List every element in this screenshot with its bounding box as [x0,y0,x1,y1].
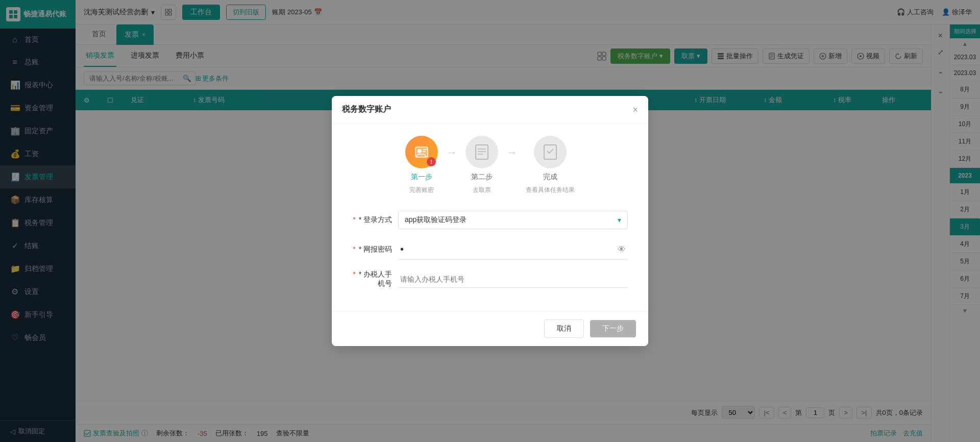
dialog-title: 税务数字账户 [342,104,391,115]
step-3: 完成 查看具体任务结果 [526,136,575,194]
svg-rect-29 [476,145,488,159]
password-input-container: • 👁 [398,239,628,260]
step-arrow-1: → [438,146,465,159]
login-method-field: * 登录方式 app获取验证码登录 ▾ [352,211,628,229]
svg-rect-28 [423,151,426,152]
step-1-error-badge: ! [427,157,436,166]
login-method-label: * 登录方式 [352,215,398,225]
modal-overlay: 税务数字账户 × ! [0,0,980,442]
cancel-button[interactable]: 取消 [544,320,584,338]
dialog-form: * 登录方式 app获取验证码登录 ▾ * 网报密码 [352,211,628,288]
password-label: * 网报密码 [352,245,398,254]
taxpayer-phone-label: * 办税人手机号 [352,270,398,288]
step-3-label: 完成 [543,173,557,182]
next-button[interactable]: 下一步 [590,320,636,337]
dialog-footer: 取消 下一步 [332,311,648,346]
login-method-chevron-icon: ▾ [618,216,621,224]
svg-point-26 [418,149,422,153]
step-2-label: 第二步 [471,173,493,182]
login-method-value: app获取验证码登录 [405,215,467,225]
svg-rect-27 [423,149,427,150]
step-3-icon [534,136,567,168]
step-1-label: 第一步 [411,173,432,182]
taxpayer-phone-field: * 办税人手机号 [352,270,628,288]
step-1-icon: ! [405,136,438,168]
svg-rect-25 [415,147,428,157]
taxpayer-phone-control [398,271,628,288]
taxpayer-phone-input[interactable] [398,271,628,288]
step-1-desc: 完善账密 [409,186,434,194]
password-control: • 👁 [398,239,628,260]
tax-digital-dialog: 税务数字账户 × ! [332,96,648,346]
steps: ! 第一步 完善账密 → [352,136,628,194]
step-2: 第二步 去取票 [465,136,498,194]
step-1: ! 第一步 完善账密 [405,136,438,194]
password-field: * 网报密码 • 👁 [352,239,628,260]
dialog-close-button[interactable]: × [632,105,638,114]
step-arrow-2: → [498,146,526,159]
dialog-body: ! 第一步 完善账密 → [332,124,648,311]
login-method-select[interactable]: app获取验证码登录 ▾ [398,211,628,229]
password-dots: • [400,243,406,255]
dialog-header: 税务数字账户 × [332,96,648,124]
step-2-icon [465,136,498,168]
step-3-desc: 查看具体任务结果 [526,186,575,194]
login-method-control: app获取验证码登录 ▾ [398,211,628,229]
password-eye-icon[interactable]: 👁 [618,245,626,254]
step-2-desc: 去取票 [473,186,491,194]
